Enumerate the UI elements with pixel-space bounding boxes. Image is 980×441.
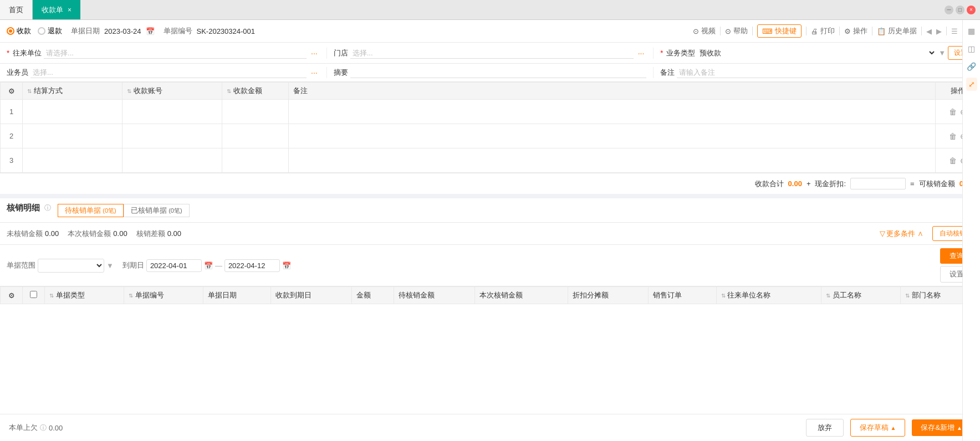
print-label: 打印	[820, 26, 835, 36]
table-row: 1 🗑 ⊕	[1, 100, 980, 124]
due-date-col-label: 收款到期日	[275, 291, 312, 299]
toolbar-number-info: 单据编号 SK-20230324-001	[164, 26, 256, 36]
store-group: 门店 ···	[334, 48, 654, 59]
tab-done[interactable]: 已核销单据 (0笔)	[124, 204, 190, 217]
current-amount-label: 本次核销金额	[479, 291, 523, 299]
window-close-button[interactable]: ×	[967, 6, 976, 14]
discard-button[interactable]: 放弃	[806, 419, 844, 437]
divider-1	[720, 27, 721, 35]
row-num-2: 2	[1, 124, 23, 148]
store-input[interactable]	[350, 48, 634, 59]
bth-employee: ⇅ 员工名称	[821, 287, 900, 304]
calendar-from-icon[interactable]: 📅	[204, 261, 213, 270]
row-3-amount[interactable]	[222, 148, 289, 173]
grid-view-icon[interactable]: ☰	[951, 27, 958, 35]
window-maximize-button[interactable]: □	[956, 6, 964, 14]
note-input[interactable]	[677, 67, 973, 78]
th-settings[interactable]: ⚙	[1, 83, 23, 100]
filter-range-group: 单据范围 ▼	[7, 259, 114, 273]
more-conditions-btn[interactable]: ▽ 更多条件 ∧	[880, 229, 923, 239]
bottom-bar: 本单上欠 ⓘ 0.00 放弃 保存草稿 ▲ 保存&新增 ▲	[0, 414, 980, 441]
video-btn[interactable]: ⊙ 视频	[693, 26, 716, 36]
main-table-container: ⚙ ⇅ 结算方式 ⇅ 收款账号 ⇅ 收款金额	[0, 82, 980, 173]
due-date-to-input[interactable]	[224, 259, 280, 272]
salesperson-input[interactable]	[30, 67, 307, 78]
business-type-select[interactable]: 预收款	[697, 48, 936, 58]
row-1-note[interactable]	[289, 100, 936, 124]
summary-row: 收款合计 0.00 + 现金折扣: = 可核销金额 0.00	[0, 173, 980, 194]
counterpart-input[interactable]	[44, 48, 307, 59]
window-minimize-button[interactable]: ─	[945, 6, 953, 14]
row-1-amount[interactable]	[222, 100, 289, 124]
counterpart-col-label: 往来单位名称	[727, 291, 770, 299]
bottom-table: ⚙ ⇅ 单据类型 ⇅ 单据编号 单据日期	[0, 286, 980, 304]
main-wrapper: 收款 退款 单据日期 2023-03-24 📅 单据编号 SK-20230324…	[0, 20, 980, 441]
row-2-settlement[interactable]	[23, 124, 122, 148]
shortcut-btn[interactable]: ⌨ 快捷键	[757, 24, 802, 38]
row-3-delete-icon[interactable]: 🗑	[949, 156, 957, 165]
row-1-delete-icon[interactable]: 🗑	[949, 107, 957, 116]
filter-date-group: 到期日 📅 — 📅	[122, 259, 291, 272]
row-1-settlement[interactable]	[23, 100, 122, 124]
sidebar-icon-doc[interactable]: ◫	[966, 42, 977, 55]
range-chevron-icon: ▼	[106, 261, 114, 270]
store-more-icon[interactable]: ···	[636, 49, 647, 58]
range-select[interactable]	[38, 259, 104, 273]
salesperson-more-icon[interactable]: ···	[309, 68, 320, 77]
bth-sales-order: 销售订单	[649, 287, 716, 304]
history-label: 历史单据	[888, 26, 917, 36]
counterpart-label: 往来单位	[13, 48, 42, 58]
bth-settings[interactable]: ⚙	[1, 287, 23, 304]
nav-right-icon[interactable]: ▶	[936, 27, 942, 35]
carry-info-icon[interactable]: ⓘ	[40, 423, 47, 433]
sort-icon-settlement: ⇅	[27, 88, 32, 94]
calendar-to-icon[interactable]: 📅	[282, 261, 291, 270]
sidebar-icon-link[interactable]: 🔗	[964, 60, 978, 73]
carry-info: 本单上欠 ⓘ 0.00	[9, 423, 63, 433]
summary-input[interactable]	[350, 67, 647, 78]
row-3-note[interactable]	[289, 148, 936, 173]
sidebar-icon-expand[interactable]: ⤢	[966, 78, 977, 91]
sidebar-icon-table[interactable]: ▦	[966, 24, 977, 38]
row-num-1: 1	[1, 100, 23, 124]
bth-pending: 待核销金额	[394, 287, 474, 304]
tab-pending[interactable]: 待核销单据 (0笔)	[58, 204, 124, 217]
history-btn[interactable]: 📋 历史单据	[877, 26, 917, 36]
row-2-delete-icon[interactable]: 🗑	[949, 132, 957, 141]
help-btn[interactable]: ⊙ 帮助	[725, 26, 748, 36]
discount-label-th: 折扣分摊额	[573, 291, 609, 299]
operation-label: 操作	[853, 26, 867, 36]
counterpart-more-icon[interactable]: ···	[309, 49, 320, 58]
row-1-account[interactable]	[122, 100, 222, 124]
tab-home[interactable]: 首页	[0, 0, 33, 19]
operation-btn[interactable]: ⚙ 操作	[844, 26, 867, 36]
row-2-amount[interactable]	[222, 124, 289, 148]
row-3-settlement[interactable]	[23, 148, 122, 173]
row-3-account[interactable]	[122, 148, 222, 173]
radio-refund[interactable]: 退款	[38, 26, 62, 36]
radio-receive[interactable]: 收款	[7, 26, 31, 36]
date-value: 2023-03-24	[104, 27, 141, 35]
print-btn[interactable]: 🖨 打印	[811, 26, 835, 36]
current-label: 本次核销金额	[68, 229, 111, 239]
tab-close-icon[interactable]: ×	[68, 6, 72, 14]
verify-header: 核销明细 ⓘ 待核销单据 (0笔) 已核销单据 (0笔)	[0, 198, 980, 223]
row-2-note[interactable]	[289, 124, 936, 148]
tab-current[interactable]: 收款单 ×	[33, 0, 80, 19]
filter-icon: ▽	[880, 229, 885, 238]
discount-input[interactable]	[850, 178, 906, 189]
settings-icon[interactable]: ⚙	[8, 87, 15, 95]
nav-left-icon[interactable]: ◀	[926, 27, 932, 35]
row-2-account[interactable]	[122, 124, 222, 148]
save-draft-button[interactable]: 保存草稿 ▲	[850, 419, 906, 437]
due-date-from-input[interactable]	[146, 259, 202, 272]
sort-icon-account: ⇅	[127, 88, 131, 94]
note-label: 备注	[660, 68, 675, 78]
dept-label: 部门名称	[912, 291, 941, 299]
select-all-checkbox[interactable]	[30, 291, 37, 298]
unchecked-value: 0.00	[45, 229, 59, 238]
calendar-icon[interactable]: 📅	[146, 27, 155, 35]
verify-info-icon[interactable]: ⓘ	[44, 203, 51, 213]
divider-3	[806, 27, 807, 35]
diff-value: 0.00	[167, 229, 181, 238]
